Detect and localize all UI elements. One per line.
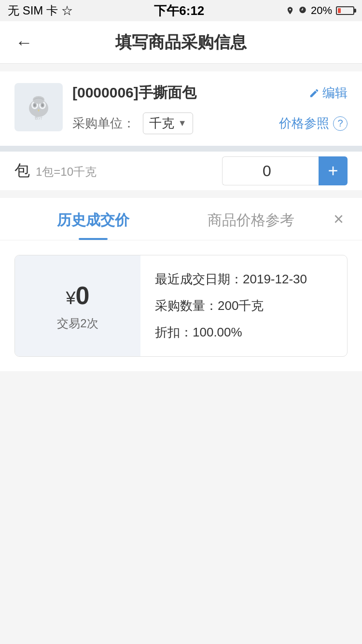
product-image: 数计 bbox=[14, 83, 63, 131]
svg-point-6 bbox=[42, 104, 43, 107]
history-card: ¥0 交易2次 最近成交日期：2019-12-30 采购数量：200千克 折扣：… bbox=[14, 255, 348, 357]
quantity-row: 包 1包=10千克 + bbox=[0, 152, 362, 190]
edit-icon bbox=[309, 88, 320, 98]
alarm-icon bbox=[298, 6, 307, 15]
unit-select[interactable]: 千克 ▼ bbox=[143, 112, 193, 134]
tab-price-reference[interactable]: 商品价格参考 bbox=[172, 198, 329, 240]
qty-label: 采购数量： bbox=[155, 298, 218, 313]
help-icon[interactable]: ? bbox=[333, 116, 348, 131]
product-logo: 数计 bbox=[24, 93, 53, 122]
unit-section: 采购单位： 千克 ▼ bbox=[72, 112, 193, 134]
recent-date-label: 最近成交日期： bbox=[155, 272, 243, 286]
product-title-row: [0000006]手撕面包 编辑 bbox=[72, 83, 348, 103]
price-number: 0 bbox=[76, 281, 90, 309]
history-discount: 折扣：100.00% bbox=[155, 323, 333, 342]
tab-close-button[interactable]: × bbox=[330, 209, 348, 229]
tab-price-ref-label: 商品价格参考 bbox=[208, 212, 294, 228]
edit-button[interactable]: 编辑 bbox=[309, 84, 348, 101]
quantity-input[interactable] bbox=[222, 156, 319, 185]
svg-point-5 bbox=[34, 104, 36, 107]
qty-value: 200千克 bbox=[218, 298, 264, 313]
location-icon bbox=[286, 6, 294, 15]
quantity-unit-info: 包 1包=10千克 bbox=[14, 160, 97, 182]
status-bar: 无 SIM 卡 ☆ 下午6:12 20% bbox=[0, 0, 362, 21]
product-info: [0000006]手撕面包 编辑 采购单位： 千克 ▼ 价格参照 bbox=[72, 83, 348, 134]
quantity-plus-button[interactable]: + bbox=[319, 156, 348, 185]
tab-history-label: 历史成交价 bbox=[57, 212, 129, 228]
history-recent-date: 最近成交日期：2019-12-30 bbox=[155, 270, 333, 289]
tab-history-price[interactable]: 历史成交价 bbox=[14, 198, 172, 240]
battery-icon bbox=[336, 6, 354, 15]
history-price-section: ¥0 交易2次 bbox=[15, 255, 140, 356]
page-title: 填写商品采购信息 bbox=[115, 31, 247, 54]
discount-label: 折扣： bbox=[155, 325, 193, 339]
tab-header: 历史成交价 商品价格参考 × bbox=[0, 198, 362, 240]
price-ref-button[interactable]: 价格参照 ? bbox=[279, 115, 348, 132]
unit-dropdown-arrow: ▼ bbox=[178, 118, 187, 128]
nav-bar: ← 填写商品采购信息 bbox=[0, 21, 362, 64]
help-symbol: ? bbox=[337, 118, 343, 129]
back-button[interactable]: ← bbox=[12, 28, 37, 56]
product-card: 数计 [0000006]手撕面包 编辑 采购单位： 千克 ▼ bbox=[0, 71, 362, 146]
section-divider bbox=[0, 146, 362, 152]
history-details-section: 最近成交日期：2019-12-30 采购数量：200千克 折扣：100.00% bbox=[140, 255, 347, 356]
yen-symbol: ¥ bbox=[66, 288, 76, 308]
price-ref-label: 价格参照 bbox=[279, 115, 329, 132]
status-right: 20% bbox=[286, 4, 354, 17]
recent-date-value: 2019-12-30 bbox=[243, 272, 307, 286]
unit-label: 采购单位： bbox=[72, 116, 135, 130]
svg-text:数计: 数计 bbox=[35, 116, 42, 120]
edit-label: 编辑 bbox=[322, 84, 348, 101]
svg-point-7 bbox=[33, 96, 44, 104]
status-time: 下午6:12 bbox=[154, 2, 204, 19]
product-header: 数计 [0000006]手撕面包 编辑 采购单位： 千克 ▼ bbox=[14, 83, 348, 134]
tab-content: ¥0 交易2次 最近成交日期：2019-12-30 采购数量：200千克 折扣：… bbox=[0, 240, 362, 371]
sim-label: 无 SIM 卡 ☆ bbox=[8, 3, 73, 18]
unit-equiv: 1包=10千克 bbox=[36, 164, 97, 180]
product-title: [0000006]手撕面包 bbox=[72, 83, 196, 103]
history-trade-count: 交易2次 bbox=[57, 316, 98, 331]
quantity-input-area: + bbox=[222, 156, 348, 185]
quantity-unit: 包 bbox=[14, 160, 30, 182]
discount-value: 100.00% bbox=[193, 325, 242, 339]
history-purchase-qty: 采购数量：200千克 bbox=[155, 296, 333, 315]
status-left: 无 SIM 卡 ☆ bbox=[8, 3, 73, 18]
battery-percent: 20% bbox=[311, 4, 332, 17]
product-unit-row: 采购单位： 千克 ▼ 价格参照 ? bbox=[72, 112, 348, 134]
tab-panel: 历史成交价 商品价格参考 × ¥0 交易2次 最近成交日期：2019-12-30… bbox=[0, 198, 362, 371]
unit-value: 千克 bbox=[149, 115, 174, 132]
history-price-value: ¥0 bbox=[66, 281, 90, 310]
